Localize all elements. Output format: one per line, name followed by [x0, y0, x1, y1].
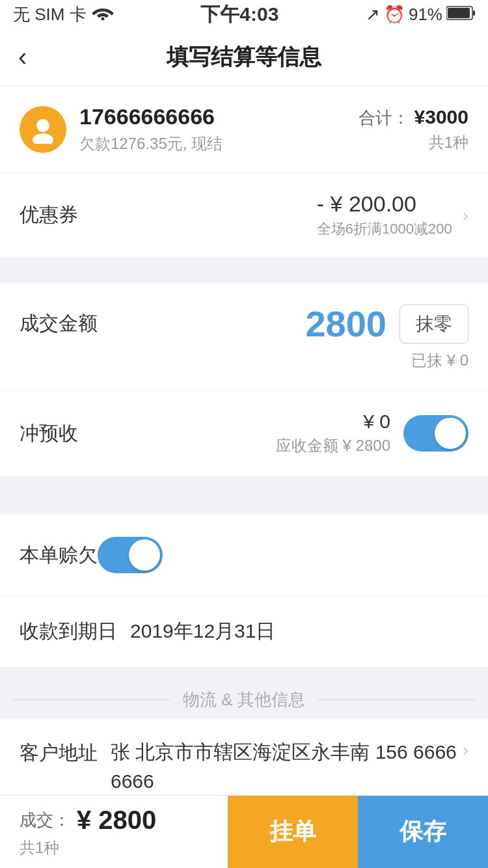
precollect-row: 冲预收 ¥ 0 应收金额 ¥ 2800 [20, 411, 468, 456]
chevron-right-icon: › [463, 205, 468, 226]
svg-rect-2 [473, 10, 475, 16]
coupon-label: 优惠券 [20, 202, 78, 228]
save-button-label: 保存 [400, 816, 446, 848]
status-right: ↗ ⏰ 91% [366, 5, 475, 25]
bottom-bar: 成交： ¥ 2800 共1种 挂单 保存 [0, 795, 488, 868]
amount-value: 2800 [305, 303, 386, 345]
bottom-summary-label: 成交： [20, 809, 70, 832]
hold-button-label: 挂单 [269, 816, 316, 848]
customer-row: 17666666666 欠款1276.35元, 现结 合计： ¥3000 共1种 [0, 86, 488, 173]
page-title: 填写结算等信息 [167, 42, 321, 72]
total-count: 共1种 [359, 132, 468, 153]
customer-section: 17666666666 欠款1276.35元, 现结 合计： ¥3000 共1种… [0, 86, 488, 257]
separator-1 [0, 270, 488, 283]
debt-label: 本单赊欠 [20, 542, 98, 569]
avatar [20, 106, 66, 153]
svg-point-0 [101, 17, 104, 20]
nav-bar: ‹ 填写结算等信息 [0, 29, 488, 86]
content: 17666666666 欠款1276.35元, 现结 合计： ¥3000 共1种… [0, 86, 488, 868]
debt-toggle-knob [129, 539, 160, 571]
customer-info: 17666666666 欠款1276.35元, 现结 [79, 104, 223, 154]
alarm-icon: ⏰ [384, 5, 405, 25]
deal-amount-section: 成交金额 2800 抹零 已抹 ¥ 0 冲预收 ¥ 0 应收金额 ¥ 2800 [0, 283, 488, 476]
customer-phone: 17666666666 [79, 104, 223, 129]
save-button[interactable]: 保存 [358, 796, 488, 869]
battery-icon [446, 5, 475, 25]
customer-left: 17666666666 欠款1276.35元, 现结 [20, 104, 223, 154]
bottom-summary-top: 成交： ¥ 2800 [20, 806, 208, 835]
precollect-toggle[interactable] [403, 415, 468, 452]
toggle-knob [435, 418, 466, 449]
separator-2 [0, 489, 488, 502]
wifi-icon [92, 5, 114, 25]
customer-sub-text: 欠款1276.35元, 现结 [79, 133, 223, 154]
bottom-summary: 成交： ¥ 2800 共1种 [0, 806, 228, 858]
precollect-amount: ¥ 0 [276, 411, 390, 433]
status-bar: 无 SIM 卡 下午4:03 ↗ ⏰ 91% [0, 0, 488, 29]
back-icon: ‹ [18, 42, 27, 71]
amount-section: 成交金额 2800 抹零 已抹 ¥ 0 [0, 283, 488, 390]
precollect-sub: 应收金额 ¥ 2800 [276, 435, 390, 456]
location-icon: ↗ [366, 5, 380, 25]
total-label: 合计： [359, 108, 409, 128]
amount-row: 成交金额 2800 抹零 [20, 303, 468, 345]
coupon-desc: 全场6折满1000减200 [317, 219, 452, 239]
duedate-section: 收款到期日 2019年12月31日 [0, 595, 488, 667]
bottom-summary-count: 共1种 [20, 837, 208, 858]
status-left: 无 SIM 卡 [13, 3, 114, 26]
logistics-label: 物流 & 其他信息 [183, 688, 305, 711]
back-button[interactable]: ‹ [18, 42, 27, 72]
total-amount: ¥3000 [414, 106, 468, 128]
battery-text: 91% [409, 5, 442, 25]
sim-text: 无 SIM 卡 [13, 3, 87, 26]
precollect-value-block: ¥ 0 应收金额 ¥ 2800 [276, 411, 390, 456]
address-chevron-icon: › [463, 737, 468, 761]
svg-rect-3 [448, 8, 470, 18]
debt-row: 本单赊欠 [0, 515, 488, 595]
address-row: 客户地址 张 北京市市辖区海淀区永丰南 156 6666 6666 › [20, 737, 468, 796]
bottom-summary-amount: ¥ 2800 [77, 806, 156, 835]
duedate-row: 收款到期日 2019年12月31日 [20, 618, 468, 645]
svg-point-5 [33, 133, 53, 144]
debt-section: 本单赊欠 收款到期日 2019年12月31日 [0, 515, 488, 667]
hold-button[interactable]: 挂单 [228, 796, 358, 869]
amount-label: 成交金额 [20, 310, 98, 337]
precollect-label: 冲预收 [20, 420, 78, 447]
svg-point-4 [36, 119, 49, 132]
coupon-row[interactable]: 优惠券 - ¥ 200.00 全场6折满1000减200 › [0, 173, 488, 257]
user-icon [29, 115, 57, 144]
amount-right: 2800 抹零 [305, 303, 468, 345]
debt-toggle[interactable] [98, 537, 163, 573]
duedate-label: 收款到期日 [20, 618, 117, 645]
coupon-right: - ¥ 200.00 全场6折满1000减200 › [317, 191, 468, 239]
logistics-line-left [13, 699, 170, 700]
duedate-value: 2019年12月31日 [130, 618, 275, 645]
address-value: 张 北京市市辖区海淀区永丰南 156 6666 6666 [111, 737, 459, 796]
logistics-line-right [318, 699, 475, 700]
status-time: 下午4:03 [200, 1, 278, 28]
customer-right: 合计： ¥3000 共1种 [359, 106, 468, 153]
coupon-discount: - ¥ 200.00 [317, 191, 452, 217]
precollect-right: ¥ 0 应收金额 ¥ 2800 [276, 411, 468, 456]
precollect-section: 冲预收 ¥ 0 应收金额 ¥ 2800 [0, 390, 488, 476]
amount-sub: 已抹 ¥ 0 [20, 350, 468, 371]
address-label: 客户地址 [20, 737, 98, 766]
logistics-separator: 物流 & 其他信息 [0, 680, 488, 719]
round-button[interactable]: 抹零 [400, 305, 468, 344]
